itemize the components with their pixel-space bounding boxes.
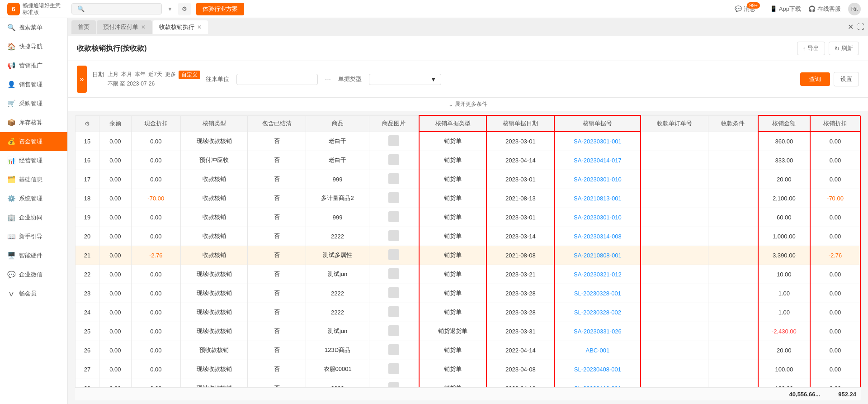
filter-collapse-button[interactable]: »	[77, 66, 87, 93]
cell-writeoff-no[interactable]: SA-20230314-008	[554, 227, 641, 246]
sidebar-item-basic-info[interactable]: 🗂️ 基础信息	[0, 170, 67, 189]
gear-column-icon[interactable]: ⚙	[85, 120, 90, 127]
sidebar-item-smart-hw[interactable]: 🖥️ 智能硬件	[0, 246, 67, 265]
cell-writeoff-discount: 0.00	[810, 151, 860, 170]
cell-balance: 0.00	[99, 151, 131, 170]
sidebar-item-guide[interactable]: 📖 新手引导	[0, 227, 67, 246]
sidebar-item-sales[interactable]: 👤 销售管理	[0, 75, 67, 94]
this-month-link[interactable]: 本月	[121, 71, 132, 79]
cell-writeoff-type: 收款核销	[180, 189, 247, 208]
cell-receipt-order-no	[641, 341, 708, 360]
export-button[interactable]: ↑ 导出	[797, 42, 826, 55]
industry-solution-button[interactable]: 体验行业方案	[196, 3, 244, 15]
global-search-input[interactable]: 🔍	[71, 3, 162, 14]
tab-close-all-button[interactable]: ✕	[848, 23, 854, 31]
app-download-button[interactable]: 📱 App下载	[770, 5, 801, 13]
sidebar-item-enterprise[interactable]: 🏢 企业协同	[0, 208, 67, 227]
cell-writeoff-discount: 0.00	[810, 170, 860, 189]
cell-writeoff-no[interactable]: SL-20230328-002	[554, 303, 641, 322]
logo-area: 6 畅捷通谱好生意 标准版	[7, 2, 66, 15]
tab-maximize-button[interactable]: ⛶	[857, 23, 864, 31]
cell-balance: 0.00	[99, 265, 131, 284]
sidebar: 🔍 搜索菜单 🏠 快捷导航 📢 营销推广 👤 销售管理 🛒 采购管理 📦 库存核…	[0, 18, 68, 404]
cell-product-image	[369, 208, 419, 227]
cell-receipt-order-no	[641, 170, 708, 189]
cell-include-settled: 否	[248, 189, 306, 208]
cell-writeoff-no[interactable]: SA-20230321-012	[554, 265, 641, 284]
guide-icon: 📖	[7, 233, 15, 241]
cell-writeoff-amount: 20.00	[758, 170, 810, 189]
custom-date-link[interactable]: 自定义	[179, 71, 200, 79]
online-service-button[interactable]: 🎧 在线客服	[808, 5, 841, 13]
sidebar-item-system[interactable]: ⚙️ 系统管理	[0, 189, 67, 208]
partner-input[interactable]	[236, 74, 318, 85]
home-icon: 🏠	[7, 43, 15, 51]
tab-bar: 首页 预付冲应付单 ✕ 收款核销执行 ✕ ✕ ⛶	[68, 18, 868, 36]
cell-writeoff-no[interactable]: SA-20230301-010	[554, 170, 641, 189]
cell-writeoff-no[interactable]: SL-20230408-001	[554, 360, 641, 379]
cell-writeoff-voucher-type: 销货单	[419, 227, 487, 246]
cell-receipt-condition	[708, 189, 758, 208]
sidebar-item-purchase[interactable]: 🛒 采购管理	[0, 94, 67, 113]
table-footer: 40,556,66... 952.24	[75, 387, 861, 400]
cell-receipt-order-no	[641, 360, 708, 379]
date-filter-label: 日期	[92, 71, 104, 79]
user-menu[interactable]: Rit	[848, 3, 861, 15]
th-gear[interactable]: ⚙	[75, 115, 99, 132]
more-date-link[interactable]: 更多	[165, 71, 176, 79]
purchase-icon: 🛒	[7, 100, 15, 108]
logo-text: 畅捷通谱好生意 标准版	[23, 2, 61, 15]
sidebar-item-vip[interactable]: V 畅会员	[0, 284, 67, 303]
cell-cash-discount: 0.00	[131, 322, 180, 341]
table-wrapper[interactable]: ⚙ 余额 现金折扣 核销类型 包含已结清 商品 商品图片 核销单据类型 核销单据…	[75, 115, 861, 400]
last-7-days-link[interactable]: 近7天	[148, 71, 162, 79]
search-dropdown-arrow[interactable]: ▼	[167, 6, 173, 12]
cell-writeoff-date: 2023-03-01	[486, 132, 554, 151]
date-filter-block: 日期 上月 本月 本年 近7天 更多 自定义 不限 至 2023-07-26	[92, 71, 200, 88]
cell-row-num: 25	[75, 322, 99, 341]
expand-more-button[interactable]: ⌄ 展开更多条件	[448, 100, 487, 108]
cell-product-image	[369, 265, 419, 284]
cell-writeoff-no[interactable]: SA-20230301-010	[554, 208, 641, 227]
cell-product: 测试多属性	[306, 246, 369, 265]
tab-prepay-close[interactable]: ✕	[141, 24, 146, 30]
tab-collection-close[interactable]: ✕	[197, 24, 202, 30]
cell-balance: 0.00	[99, 284, 131, 303]
cell-writeoff-no[interactable]: SA-20230301-001	[554, 132, 641, 151]
sidebar-item-marketing[interactable]: 📢 营销推广	[0, 56, 67, 75]
cell-row-num: 16	[75, 151, 99, 170]
table-row: 260.000.00预收款核销否123D商品销货单2022-04-14ABC-0…	[75, 341, 861, 360]
cell-product-image	[369, 303, 419, 322]
sidebar-item-finance[interactable]: 💰 资金管理	[0, 132, 67, 151]
cell-writeoff-no[interactable]: SA-20210808-001	[554, 246, 641, 265]
tab-prepay[interactable]: 预付冲应付单 ✕	[97, 20, 152, 34]
settings-icon[interactable]: ⚙	[178, 3, 191, 15]
this-year-link[interactable]: 本年	[135, 71, 146, 79]
setting-button[interactable]: 设置	[834, 72, 859, 86]
data-table: ⚙ 余额 现金折扣 核销类型 包含已结清 商品 商品图片 核销单据类型 核销单据…	[75, 115, 861, 398]
sidebar-item-inventory[interactable]: 📦 库存核算	[0, 113, 67, 132]
tab-home[interactable]: 首页	[71, 20, 96, 34]
sidebar-item-quick-nav[interactable]: 🏠 快捷导航	[0, 37, 67, 56]
tab-collection[interactable]: 收款核销执行 ✕	[153, 20, 208, 34]
sidebar-item-search[interactable]: 🔍 搜索菜单	[0, 18, 67, 37]
cell-writeoff-no[interactable]: SA-20210813-001	[554, 189, 641, 208]
cell-writeoff-no[interactable]: SL-20230328-001	[554, 284, 641, 303]
cell-writeoff-amount: 60.00	[758, 208, 810, 227]
cell-writeoff-no[interactable]: SA-20230414-017	[554, 151, 641, 170]
cell-balance: 0.00	[99, 189, 131, 208]
last-month-link[interactable]: 上月	[108, 71, 118, 79]
cell-receipt-order-no	[641, 132, 708, 151]
vip-icon: V	[7, 290, 15, 298]
refresh-button[interactable]: ↻ 刷新	[829, 42, 859, 55]
cell-writeoff-no[interactable]: SA-20230331-026	[554, 322, 641, 341]
cell-writeoff-discount: -70.00	[810, 189, 860, 208]
cell-include-settled: 否	[248, 303, 306, 322]
sidebar-item-business[interactable]: 📊 经营管理	[0, 151, 67, 170]
cell-writeoff-no[interactable]: ABC-001	[554, 341, 641, 360]
messages-button[interactable]: 💬 消息 99+	[735, 5, 755, 13]
more-filter-dots[interactable]: ···	[325, 75, 331, 83]
sidebar-item-wechat[interactable]: 💬 企业微信	[0, 265, 67, 284]
query-button[interactable]: 查询	[800, 72, 830, 86]
voucher-type-select[interactable]: ▼	[369, 74, 441, 85]
